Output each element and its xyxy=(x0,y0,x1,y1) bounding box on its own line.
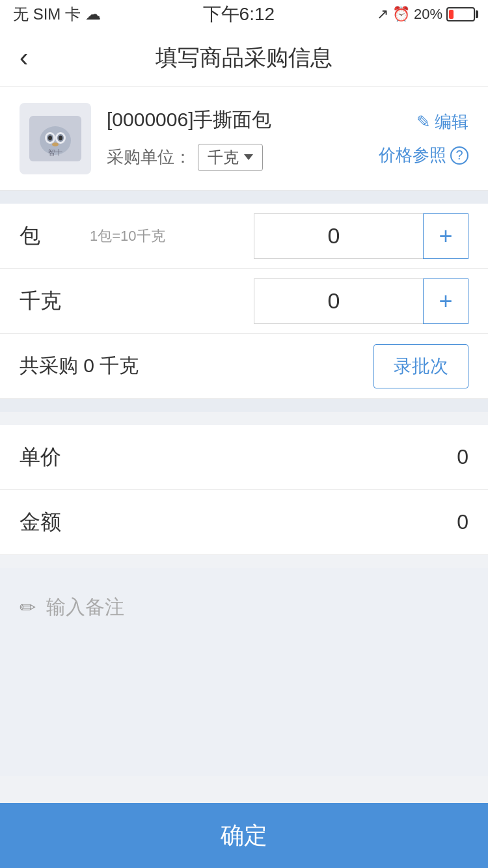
section-divider-1 xyxy=(0,191,488,204)
location-icon: ↗ xyxy=(377,6,388,23)
batch-button[interactable]: 录批次 xyxy=(373,344,468,388)
svg-point-7 xyxy=(52,142,59,146)
status-right: ↗ ⏰ 20% xyxy=(377,6,475,23)
status-time: 下午6:12 xyxy=(203,2,275,27)
amount-value: 0 xyxy=(457,510,468,534)
summary-text: 共采购 0 千克 xyxy=(20,353,139,379)
status-left: 无 SIM 卡 ☁ xyxy=(13,4,101,25)
summary-row: 共采购 0 千克 录批次 xyxy=(0,334,488,399)
bottom-space xyxy=(0,646,488,776)
kilogram-row: 千克 + xyxy=(0,269,488,334)
kilogram-input[interactable] xyxy=(254,278,423,324)
unit-price-label: 单价 xyxy=(20,443,61,472)
battery-text: 20% xyxy=(414,6,442,23)
package-input[interactable] xyxy=(254,213,423,259)
amount-label: 金额 xyxy=(20,508,61,537)
svg-point-6 xyxy=(59,135,62,140)
back-button[interactable]: ‹ xyxy=(20,43,59,72)
svg-text:智十: 智十 xyxy=(48,148,62,156)
package-control: + xyxy=(254,213,468,259)
product-card: 智十 [0000006]手撕面包 采购单位： 千克 ✎ 编辑 价格参照 ? xyxy=(0,87,488,191)
package-label: 包 xyxy=(20,222,85,251)
note-section[interactable]: ✏ 输入备注 xyxy=(0,568,488,646)
unit-selector[interactable]: 千克 xyxy=(198,144,263,171)
section-divider-2 xyxy=(0,399,488,412)
note-placeholder: 输入备注 xyxy=(46,594,124,621)
product-name: [0000006]手撕面包 xyxy=(107,107,363,133)
question-icon: ? xyxy=(450,146,468,165)
package-sub-label: 1包=10千克 xyxy=(90,226,254,246)
owl-icon: 智十 xyxy=(36,121,75,157)
amount-row: 金额 0 xyxy=(0,490,488,555)
package-plus-button[interactable]: + xyxy=(423,213,468,259)
input-section: 包 1包=10千克 + 千克 + 共采购 0 千克 录批次 xyxy=(0,204,488,399)
kilogram-plus-button[interactable]: + xyxy=(423,278,468,324)
product-logo: 智十 xyxy=(29,116,81,161)
nav-bar: ‹ 填写商品采购信息 xyxy=(0,29,488,87)
battery-fill xyxy=(449,10,454,19)
edit-button[interactable]: ✎ 编辑 xyxy=(416,111,468,133)
product-image: 智十 xyxy=(20,103,91,174)
kilogram-control: + xyxy=(254,278,468,324)
battery-indicator xyxy=(446,7,475,21)
page-title: 填写商品采购信息 xyxy=(156,43,332,73)
edit-icon: ✎ xyxy=(416,112,431,132)
chevron-down-icon xyxy=(244,154,253,160)
price-ref-button[interactable]: 价格参照 ? xyxy=(379,144,468,167)
product-actions: ✎ 编辑 价格参照 ? xyxy=(379,111,468,167)
no-sim-text: 无 SIM 卡 ☁ xyxy=(13,4,101,25)
confirm-button[interactable]: 确定 xyxy=(0,803,488,868)
kilogram-label: 千克 xyxy=(20,287,85,316)
price-section: 单价 0 金额 0 xyxy=(0,425,488,555)
status-bar: 无 SIM 卡 ☁ 下午6:12 ↗ ⏰ 20% xyxy=(0,0,488,29)
product-info: [0000006]手撕面包 采购单位： 千克 xyxy=(107,107,363,171)
product-unit: 采购单位： 千克 xyxy=(107,144,363,171)
unit-price-value: 0 xyxy=(457,445,468,469)
package-row: 包 1包=10千克 + xyxy=(0,204,488,269)
alarm-icon: ⏰ xyxy=(392,6,410,23)
pencil-icon: ✏ xyxy=(20,596,36,619)
svg-point-5 xyxy=(48,135,52,140)
unit-price-row: 单价 0 xyxy=(0,425,488,490)
